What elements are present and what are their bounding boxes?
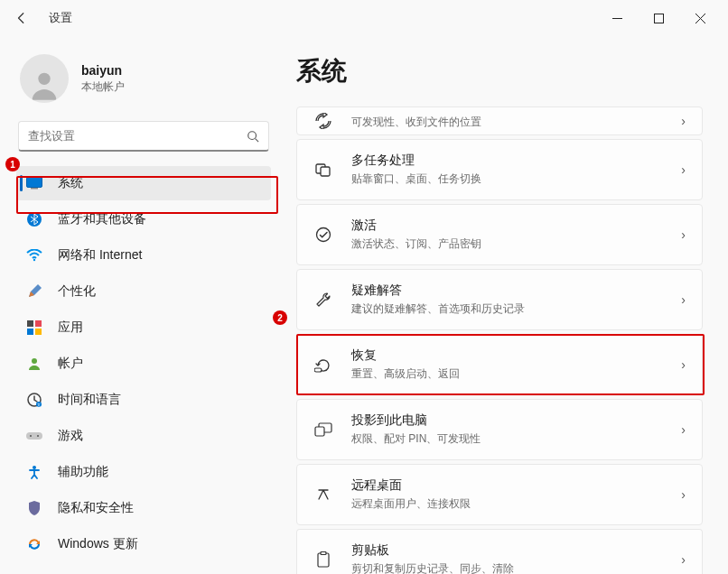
project-icon: [313, 420, 333, 440]
callout-2-badge: 2: [273, 310, 287, 325]
chevron-right-icon: ›: [681, 422, 686, 437]
card-title: 投影到此电脑: [351, 412, 681, 429]
svg-point-19: [37, 435, 39, 437]
sidebar-item-privacy[interactable]: 隐私和安全性: [16, 491, 271, 525]
wrench-icon: [313, 290, 333, 310]
chevron-right-icon: ›: [681, 292, 686, 307]
sidebar-item-accounts[interactable]: 帐户: [16, 347, 271, 381]
card-subtitle: 权限、配对 PIN、可发现性: [351, 431, 681, 447]
maximize-icon: [654, 14, 664, 23]
minimize-button[interactable]: [596, 5, 638, 32]
svg-rect-27: [318, 553, 329, 567]
sidebar-item-time[interactable]: 文 时间和语言: [16, 383, 271, 417]
sidebar-item-label: 帐户: [58, 356, 83, 372]
callout-1-badge: 1: [5, 157, 20, 171]
chevron-right-icon: ›: [681, 227, 686, 242]
card-recovery[interactable]: 恢复 重置、高级启动、返回 ›: [296, 334, 703, 395]
close-icon: [695, 14, 705, 23]
chevron-right-icon: ›: [681, 162, 686, 177]
sidebar-item-update[interactable]: Windows 更新: [16, 527, 271, 561]
update-icon: [25, 535, 43, 553]
arrow-left-icon: [15, 12, 28, 24]
titlebar: 设置: [0, 0, 728, 36]
card-troubleshoot[interactable]: 疑难解答 建议的疑难解答、首选项和历史记录 ›: [296, 269, 703, 330]
accessibility-icon: [25, 463, 43, 481]
sidebar-item-network[interactable]: 网络和 Internet: [16, 238, 271, 273]
search-input[interactable]: [28, 129, 247, 143]
svg-point-2: [38, 73, 50, 85]
avatar-icon: [26, 67, 62, 103]
content-pane: 系统 就近共享 可发现性、收到文件的位置 › 多任务处理 贴靠窗口、桌面、任务切…: [280, 36, 728, 574]
card-subtitle: 激活状态、订阅、产品密钥: [351, 236, 681, 252]
card-subtitle: 贴靠窗口、桌面、任务切换: [351, 171, 681, 187]
window-title: 设置: [49, 10, 72, 26]
sidebar-item-bluetooth[interactable]: 蓝牙和其他设备: [16, 202, 271, 236]
card-nearby-share[interactable]: 就近共享 可发现性、收到文件的位置 ›: [296, 106, 703, 135]
game-icon: [25, 427, 43, 445]
sidebar-item-label: 个性化: [58, 283, 96, 300]
system-icon: [25, 174, 43, 192]
sidebar-item-label: 隐私和安全性: [58, 500, 134, 516]
svg-rect-12: [35, 329, 42, 335]
sidebar-item-label: 应用: [58, 319, 83, 336]
close-button[interactable]: [679, 5, 721, 32]
bluetooth-icon: [25, 210, 43, 228]
avatar: [20, 54, 69, 103]
card-title: 激活: [351, 218, 681, 234]
chevron-right-icon: ›: [681, 487, 686, 502]
card-subtitle: 建议的疑难解答、首选项和历史记录: [351, 301, 681, 317]
svg-point-8: [33, 259, 35, 261]
card-project[interactable]: 投影到此电脑 权限、配对 PIN、可发现性 ›: [296, 399, 703, 460]
sidebar-item-label: 游戏: [58, 428, 83, 444]
sidebar-item-personalize[interactable]: 个性化: [16, 274, 271, 309]
svg-rect-11: [27, 329, 33, 335]
svg-point-23: [317, 228, 331, 242]
card-activation[interactable]: 激活 激活状态、订阅、产品密钥 ›: [296, 204, 703, 265]
multitask-icon: [313, 160, 333, 180]
svg-rect-5: [27, 178, 42, 188]
svg-point-13: [32, 358, 37, 364]
svg-rect-22: [321, 167, 330, 176]
maximize-button[interactable]: [638, 5, 679, 32]
clock-icon: 文: [25, 391, 43, 409]
wifi-icon: [25, 246, 43, 264]
person-icon: [25, 355, 43, 373]
sidebar-item-accessibility[interactable]: 辅助功能: [16, 455, 271, 489]
svg-rect-24: [314, 368, 322, 372]
card-multitask[interactable]: 多任务处理 贴靠窗口、桌面、任务切换 ›: [296, 139, 703, 200]
account-text: baiyun 本地帐户: [81, 63, 125, 95]
card-subtitle: 可发现性、收到文件的位置: [351, 115, 681, 130]
chevron-right-icon: ›: [681, 552, 686, 567]
window-controls: [596, 5, 721, 32]
sidebar-item-apps[interactable]: 应用: [16, 310, 271, 345]
card-subtitle: 重置、高级启动、返回: [351, 366, 681, 382]
svg-rect-6: [31, 188, 38, 190]
account-name: baiyun: [81, 63, 125, 78]
svg-point-20: [33, 466, 36, 469]
svg-rect-10: [35, 320, 42, 327]
account-subtitle: 本地帐户: [81, 79, 125, 95]
minimize-icon: [612, 14, 622, 23]
clipboard-icon: [313, 550, 333, 569]
back-button[interactable]: [7, 4, 36, 32]
page-title: 系统: [296, 54, 703, 88]
svg-line-4: [256, 138, 259, 142]
chevron-right-icon: ›: [681, 114, 686, 128]
card-subtitle: 剪切和复制历史记录、同步、清除: [351, 561, 681, 574]
search-box[interactable]: [18, 121, 269, 152]
sidebar-item-label: 辅助功能: [58, 464, 108, 480]
account-panel[interactable]: baiyun 本地帐户: [16, 47, 271, 117]
card-title: 剪贴板: [351, 542, 681, 559]
apps-icon: [25, 319, 43, 337]
svg-rect-26: [315, 427, 324, 436]
sidebar: baiyun 本地帐户 系统 蓝牙和其他设备 网络和 Internet 个性化 …: [0, 36, 280, 574]
svg-rect-1: [654, 14, 663, 23]
sidebar-item-label: Windows 更新: [58, 536, 138, 552]
sidebar-item-system[interactable]: 系统: [16, 166, 271, 200]
sidebar-item-gaming[interactable]: 游戏: [16, 419, 271, 453]
svg-text:文: 文: [37, 403, 41, 407]
recovery-icon: [313, 355, 333, 375]
card-subtitle: 远程桌面用户、连接权限: [351, 496, 681, 512]
card-clipboard[interactable]: 剪贴板 剪切和复制历史记录、同步、清除 ›: [296, 529, 703, 574]
card-remote[interactable]: 远程桌面 远程桌面用户、连接权限 ›: [296, 464, 703, 525]
